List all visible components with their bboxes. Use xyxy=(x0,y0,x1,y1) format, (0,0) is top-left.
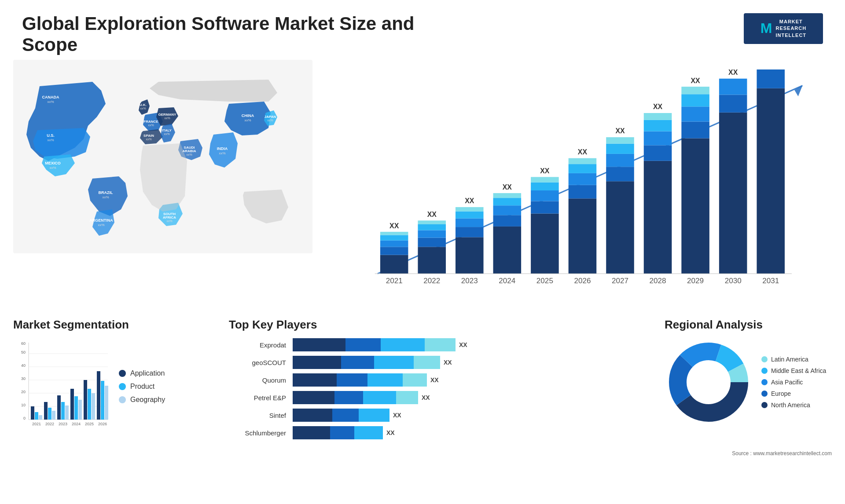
legend-geography: Geography xyxy=(119,396,165,404)
svg-rect-127 xyxy=(52,411,55,420)
svg-text:ARABIA: ARABIA xyxy=(182,149,196,153)
regional-dot-middle-east xyxy=(761,368,768,374)
regional-section: Regional Analysis xyxy=(665,318,832,439)
svg-rect-133 xyxy=(78,400,82,420)
regional-legend: Latin America Middle East & Africa Asia … xyxy=(761,356,826,409)
svg-rect-47 xyxy=(456,237,484,274)
svg-text:2024: 2024 xyxy=(499,277,516,285)
svg-rect-137 xyxy=(97,371,100,420)
svg-text:xx%: xx% xyxy=(244,118,251,122)
player-bar-sintef: XX xyxy=(293,409,647,422)
svg-rect-62 xyxy=(531,183,559,190)
legend-product: Product xyxy=(119,383,165,391)
regional-legend-asia-pacific: Asia Pacific xyxy=(761,379,826,386)
svg-text:30: 30 xyxy=(21,376,26,381)
svg-text:XX: XX xyxy=(653,103,663,110)
svg-text:CHINA: CHINA xyxy=(242,113,254,118)
player-row-schlumberger: Schlumberger XX xyxy=(229,426,647,439)
svg-rect-72 xyxy=(606,167,634,181)
player-row-petrel: Petrel E&P XX xyxy=(229,391,647,404)
regional-label-latin-america: Latin America xyxy=(771,356,808,363)
player-name-quorum: Quorum xyxy=(229,376,286,384)
svg-rect-42 xyxy=(418,238,446,247)
svg-rect-55 xyxy=(493,205,522,215)
svg-text:2021: 2021 xyxy=(32,422,41,426)
segmentation-legend: Application Product Geography xyxy=(119,369,165,404)
bar-chart-section: XX XX XX XX xyxy=(321,60,832,305)
svg-text:2029: 2029 xyxy=(687,277,704,285)
svg-text:xx%: xx% xyxy=(98,223,104,227)
source-text: Source : www.marketresearchintellect.com xyxy=(0,450,845,457)
svg-rect-49 xyxy=(456,219,484,227)
player-value-sintef: XX xyxy=(393,412,401,419)
player-bar-geoscout: XX xyxy=(293,356,647,369)
header: Global Exploration Software Market Size … xyxy=(0,0,845,60)
svg-text:2024: 2024 xyxy=(72,422,81,426)
page-title: Global Exploration Software Market Size … xyxy=(22,13,418,55)
donut-chart xyxy=(665,338,753,426)
player-row-quorum: Quorum XX xyxy=(229,373,647,387)
svg-rect-67 xyxy=(569,173,597,185)
segmentation-title: Market Segmentation xyxy=(13,318,211,332)
svg-text:ARGENTINA: ARGENTINA xyxy=(89,218,113,223)
svg-rect-87 xyxy=(681,87,709,94)
svg-point-151 xyxy=(687,361,730,403)
svg-text:2027: 2027 xyxy=(612,277,628,285)
svg-text:2030: 2030 xyxy=(725,277,742,285)
logo-text-line3: INTELLECT xyxy=(775,32,806,39)
svg-rect-86 xyxy=(681,94,709,106)
svg-rect-132 xyxy=(74,396,78,420)
svg-rect-79 xyxy=(644,131,672,146)
svg-text:INDIA: INDIA xyxy=(217,146,228,151)
svg-rect-36 xyxy=(380,247,408,255)
svg-rect-75 xyxy=(606,137,634,144)
svg-rect-89 xyxy=(719,113,747,274)
svg-text:CANADA: CANADA xyxy=(42,95,59,99)
svg-rect-54 xyxy=(493,215,522,226)
svg-rect-68 xyxy=(569,164,597,173)
player-name-petrel: Petrel E&P xyxy=(229,394,286,402)
svg-rect-77 xyxy=(644,161,672,274)
svg-rect-83 xyxy=(681,138,709,274)
regional-title: Regional Analysis xyxy=(665,318,832,332)
logo-box: M MARKET RESEARCH INTELLECT xyxy=(744,13,823,44)
regional-label-asia-pacific: Asia Pacific xyxy=(771,379,803,386)
svg-rect-128 xyxy=(57,395,61,420)
svg-text:xx%: xx% xyxy=(164,117,170,120)
svg-text:2023: 2023 xyxy=(461,277,478,285)
legend-application: Application xyxy=(119,369,165,377)
svg-rect-65 xyxy=(569,198,597,274)
player-value-petrel: XX xyxy=(422,394,430,401)
svg-text:xx%: xx% xyxy=(166,219,172,223)
svg-rect-73 xyxy=(606,154,634,167)
player-bar-petrel: XX xyxy=(293,391,647,404)
svg-rect-129 xyxy=(61,402,65,420)
player-value-schlumberger: XX xyxy=(386,429,395,436)
player-row-sintef: Sintef XX xyxy=(229,409,647,422)
svg-text:XX: XX xyxy=(615,127,625,135)
svg-text:xx%: xx% xyxy=(164,132,169,135)
svg-rect-85 xyxy=(681,106,709,121)
logo-text-line1: MARKET xyxy=(775,18,806,25)
svg-text:XX: XX xyxy=(540,167,550,175)
svg-text:GERMANY: GERMANY xyxy=(158,113,177,117)
svg-text:xx%: xx% xyxy=(47,138,54,142)
segmentation-section: Market Segmentation 0 10 20 30 40 50 60 xyxy=(13,318,211,439)
regional-dot-europe xyxy=(761,391,768,397)
svg-rect-37 xyxy=(380,241,408,247)
player-name-geoscout: geoSCOUT xyxy=(229,359,286,366)
svg-rect-94 xyxy=(757,69,785,88)
svg-rect-93 xyxy=(757,88,785,274)
bottom-section: Market Segmentation 0 10 20 30 40 50 60 xyxy=(0,309,845,448)
svg-rect-84 xyxy=(681,122,709,139)
svg-rect-131 xyxy=(70,389,74,420)
svg-rect-138 xyxy=(101,381,104,420)
svg-text:60: 60 xyxy=(21,341,26,346)
svg-rect-43 xyxy=(418,230,446,237)
players-title: Top Key Players xyxy=(229,318,647,332)
svg-text:xx%: xx% xyxy=(267,119,273,122)
svg-text:JAPAN: JAPAN xyxy=(265,115,276,119)
regional-label-north-america: North America xyxy=(771,402,810,409)
svg-text:10: 10 xyxy=(21,403,26,407)
svg-text:XX: XX xyxy=(503,183,512,191)
